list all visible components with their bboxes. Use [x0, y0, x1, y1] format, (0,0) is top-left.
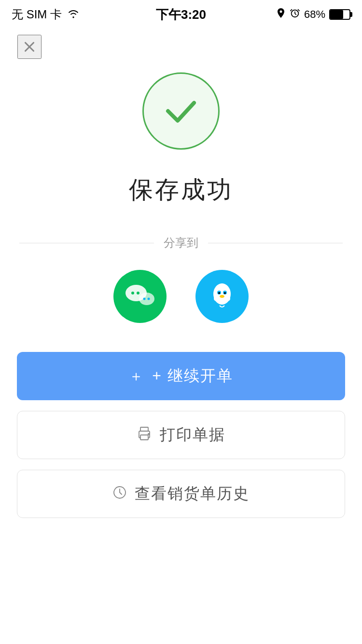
- action-buttons: ＋ + 继续开单 打印单据 查看销货单历史: [17, 352, 345, 518]
- history-button[interactable]: 查看销货单历史: [17, 470, 345, 518]
- checkmark-icon: [159, 89, 203, 133]
- print-label: 打印单据: [160, 424, 225, 446]
- svg-point-14: [220, 295, 224, 298]
- main-content: 保存成功 分享到: [0, 29, 362, 518]
- plus-icon: ＋: [129, 366, 144, 386]
- svg-point-8: [214, 296, 220, 301]
- alarm-icon: [290, 8, 300, 21]
- qq-icon: [207, 280, 237, 312]
- history-label: 查看销货单历史: [135, 483, 250, 504]
- status-right: 68%: [276, 8, 350, 21]
- close-button[interactable]: [17, 35, 42, 59]
- history-icon: [112, 485, 127, 503]
- success-circle: [142, 72, 220, 150]
- battery-icon: [329, 9, 350, 20]
- continue-order-label: + 继续开单: [152, 365, 233, 387]
- wechat-icon: [124, 282, 156, 310]
- printer-icon: [137, 426, 152, 444]
- svg-point-2: [139, 293, 154, 305]
- share-icons: [113, 270, 249, 323]
- svg-point-4: [137, 292, 139, 294]
- svg-point-9: [224, 296, 230, 301]
- share-label: 分享到: [154, 235, 208, 251]
- svg-point-13: [224, 292, 226, 294]
- success-title: 保存成功: [129, 174, 233, 206]
- divider-line-right: [208, 243, 343, 243]
- divider-line-left: [19, 243, 154, 243]
- battery-percent: 68%: [304, 8, 325, 21]
- print-button[interactable]: 打印单据: [17, 411, 345, 459]
- svg-point-18: [148, 433, 150, 435]
- status-time: 下午3:20: [156, 6, 206, 23]
- svg-rect-17: [140, 435, 148, 440]
- svg-point-3: [131, 292, 134, 294]
- continue-order-button[interactable]: ＋ + 继续开单: [17, 352, 345, 400]
- svg-point-5: [143, 298, 146, 300]
- status-bar: 无 SIM 卡 下午3:20 68%: [0, 0, 362, 29]
- svg-point-6: [148, 298, 150, 300]
- share-section: 分享到: [0, 235, 362, 323]
- share-divider: 分享到: [0, 235, 362, 251]
- carrier-label: 无 SIM 卡: [12, 7, 62, 22]
- wifi-icon: [67, 8, 80, 21]
- location-icon: [276, 8, 286, 21]
- svg-point-12: [218, 292, 220, 294]
- status-left: 无 SIM 卡: [12, 7, 80, 22]
- share-qq-button[interactable]: [195, 270, 249, 323]
- share-wechat-button[interactable]: [113, 270, 167, 323]
- svg-rect-16: [140, 427, 148, 431]
- svg-point-7: [213, 283, 231, 305]
